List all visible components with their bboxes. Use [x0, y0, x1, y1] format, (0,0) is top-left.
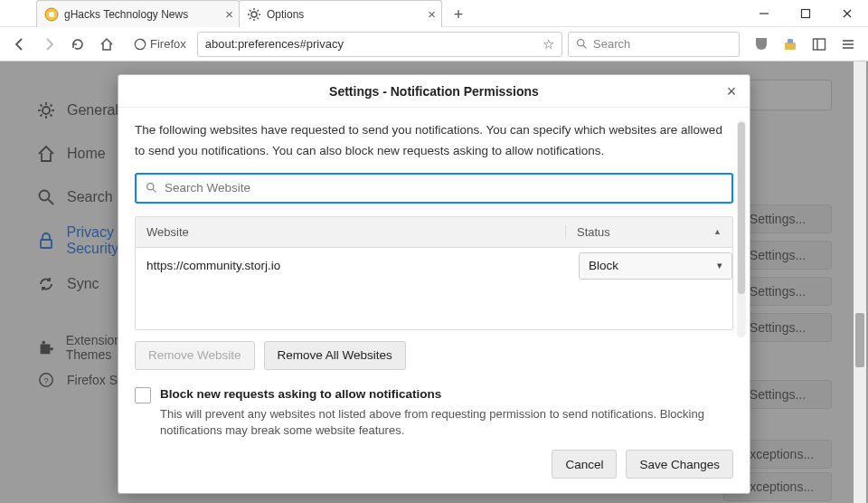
tab-options[interactable]: Options ×: [239, 0, 442, 27]
ublock-icon[interactable]: [749, 32, 774, 57]
tab-label: gHacks Technology News: [64, 8, 188, 21]
save-changes-button[interactable]: Save Changes: [626, 450, 733, 479]
url-bar[interactable]: about:preferences#privacy ☆: [197, 32, 562, 57]
notification-permissions-dialog: Settings - Notification Permissions × Th…: [118, 74, 750, 494]
svg-rect-18: [785, 43, 796, 50]
remove-all-websites-button[interactable]: Remove All Websites: [264, 341, 406, 370]
svg-rect-19: [788, 39, 793, 43]
block-new-label: Block new requests asking to allow notif…: [160, 386, 733, 403]
new-tab-button[interactable]: +: [445, 2, 472, 27]
tab-label: Options: [267, 8, 304, 21]
svg-line-8: [258, 17, 259, 19]
forward-button[interactable]: [36, 32, 61, 57]
svg-line-10: [258, 10, 259, 12]
svg-point-2: [251, 12, 257, 17]
svg-line-7: [250, 10, 251, 12]
minimize-button[interactable]: [743, 0, 785, 27]
svg-point-16: [578, 40, 584, 46]
nav-toolbar: Firefox about:preferences#privacy ☆ Sear…: [0, 27, 868, 62]
window-titlebar: gHacks Technology News × Options × +: [0, 0, 868, 27]
identity-label: Firefox: [150, 37, 186, 51]
status-select[interactable]: Block ▾: [579, 252, 732, 280]
dialog-title: Settings - Notification Permissions: [329, 84, 539, 99]
search-website-input[interactable]: [165, 181, 722, 195]
close-icon[interactable]: ×: [722, 82, 741, 100]
close-icon[interactable]: ×: [428, 6, 436, 22]
search-icon: [576, 38, 588, 50]
bookmark-star-icon[interactable]: ☆: [542, 36, 554, 52]
column-status[interactable]: Status ▲: [565, 225, 732, 239]
firefox-icon: [134, 38, 146, 51]
column-website[interactable]: Website: [136, 225, 565, 239]
tab-strip: gHacks Technology News × Options × +: [36, 0, 472, 27]
row-site: https://community.storj.io: [136, 259, 571, 272]
reload-button[interactable]: [65, 32, 90, 57]
url-text: about:preferences#privacy: [205, 37, 344, 51]
svg-rect-20: [814, 39, 826, 50]
gear-icon: [247, 7, 261, 22]
menu-icon[interactable]: [835, 32, 861, 57]
svg-rect-12: [802, 9, 810, 17]
back-button[interactable]: [7, 32, 33, 57]
favicon-ghacks: [44, 7, 59, 22]
svg-line-17: [583, 45, 586, 48]
search-placeholder: Search: [593, 37, 630, 51]
block-new-requests-row: Block new requests asking to allow notif…: [135, 386, 733, 439]
dialog-header: Settings - Notification Permissions ×: [118, 75, 750, 108]
svg-line-9: [250, 17, 251, 19]
svg-point-39: [147, 184, 154, 190]
close-icon[interactable]: ×: [225, 6, 233, 22]
cancel-button[interactable]: Cancel: [552, 450, 617, 479]
table-header: Website Status ▲: [136, 217, 732, 248]
extension-icon[interactable]: [778, 32, 803, 57]
window-close-button[interactable]: [826, 0, 868, 27]
status-value: Block: [589, 259, 618, 272]
identity-box[interactable]: Firefox: [128, 37, 192, 51]
table-row[interactable]: https://community.storj.io Block ▾: [136, 248, 732, 284]
maximize-button[interactable]: [785, 0, 826, 27]
home-button[interactable]: [94, 32, 119, 57]
search-website-field[interactable]: [135, 173, 733, 204]
sidebar-icon[interactable]: [807, 32, 832, 57]
dialog-scrollbar[interactable]: [737, 120, 746, 337]
scrollbar-thumb[interactable]: [855, 313, 864, 367]
scrollbar[interactable]: [854, 62, 866, 503]
sort-asc-icon: ▲: [713, 227, 722, 236]
block-new-description: This will prevent any websites not liste…: [160, 406, 733, 439]
window-controls: [743, 0, 868, 27]
chevron-down-icon: ▾: [717, 260, 722, 271]
tab-ghacks[interactable]: gHacks Technology News ×: [36, 0, 240, 27]
dialog-description: The following websites have requested to…: [135, 120, 733, 162]
scrollbar-thumb[interactable]: [738, 122, 745, 294]
svg-line-40: [153, 190, 156, 193]
remove-website-button[interactable]: Remove Website: [135, 341, 255, 370]
search-bar[interactable]: Search: [568, 32, 740, 57]
permissions-table: Website Status ▲ https://community.storj…: [135, 216, 733, 330]
block-new-checkbox[interactable]: [135, 387, 151, 403]
search-icon: [146, 182, 157, 194]
svg-point-1: [49, 12, 54, 17]
